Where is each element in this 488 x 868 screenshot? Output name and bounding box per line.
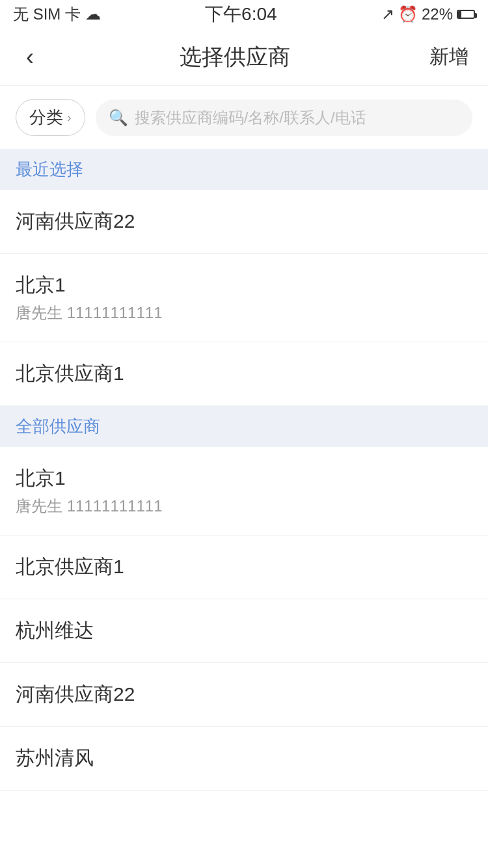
all-section-header: 全部供应商 [0,406,488,447]
status-left: 无 SIM 卡 ☁ [13,4,101,25]
sim-status: 无 SIM 卡 ☁ [13,4,101,25]
status-time: 下午6:04 [205,2,277,27]
recent-section-header: 最近选择 [0,149,488,190]
list-item[interactable]: 北京供应商1 [0,342,488,406]
chevron-right-icon: › [67,110,72,125]
item-name: 北京1 [16,465,472,492]
back-button[interactable]: ‹ [20,37,40,77]
list-item[interactable]: 北京1 唐先生 11111111111 [0,254,488,342]
list-item[interactable]: 北京1 唐先生 11111111111 [0,447,488,536]
search-placeholder: 搜索供应商编码/名称/联系人/电话 [135,107,366,128]
list-item[interactable]: 杭州维达 [0,599,488,663]
recent-section-label: 最近选择 [16,159,83,179]
item-name: 河南供应商22 [16,681,472,708]
item-name: 北京1 [16,272,472,299]
search-icon: 🔍 [109,109,128,127]
list-item[interactable]: 河南供应商22 [0,190,488,254]
item-contact: 唐先生 11111111111 [16,496,472,517]
item-name: 河南供应商22 [16,208,472,235]
category-label: 分类 [29,106,63,129]
alarm-icon: ⏰ [398,5,418,23]
item-name: 苏州清风 [16,745,472,772]
list-item[interactable]: 河南供应商22 [0,663,488,727]
item-contact: 唐先生 11111111111 [16,303,472,323]
page-title: 选择供应商 [180,42,290,72]
search-box[interactable]: 🔍 搜索供应商编码/名称/联系人/电话 [96,100,472,136]
list-item[interactable]: 北京供应商1 [0,536,488,599]
all-section-label: 全部供应商 [16,416,100,436]
status-bar: 无 SIM 卡 ☁ 下午6:04 ↗ ⏰ 22% [0,0,488,29]
item-name: 北京供应商1 [16,360,472,387]
item-name: 杭州维达 [16,617,472,644]
location-icon: ↗ [381,5,394,23]
list-item[interactable]: 苏州清风 [0,727,488,791]
category-button[interactable]: 分类 › [16,99,85,136]
all-items-list: 北京1 唐先生 11111111111 北京供应商1杭州维达河南供应商22苏州清… [0,447,488,791]
item-name: 北京供应商1 [16,554,472,580]
nav-bar: ‹ 选择供应商 新增 [0,29,488,86]
battery-percent: 22% [422,5,453,23]
filter-bar: 分类 › 🔍 搜索供应商编码/名称/联系人/电话 [0,86,488,149]
add-button[interactable]: 新增 [429,44,468,70]
status-right: ↗ ⏰ 22% [381,5,475,23]
battery-icon [457,10,475,19]
recent-items-list: 河南供应商22 北京1 唐先生 11111111111 北京供应商1 [0,190,488,406]
